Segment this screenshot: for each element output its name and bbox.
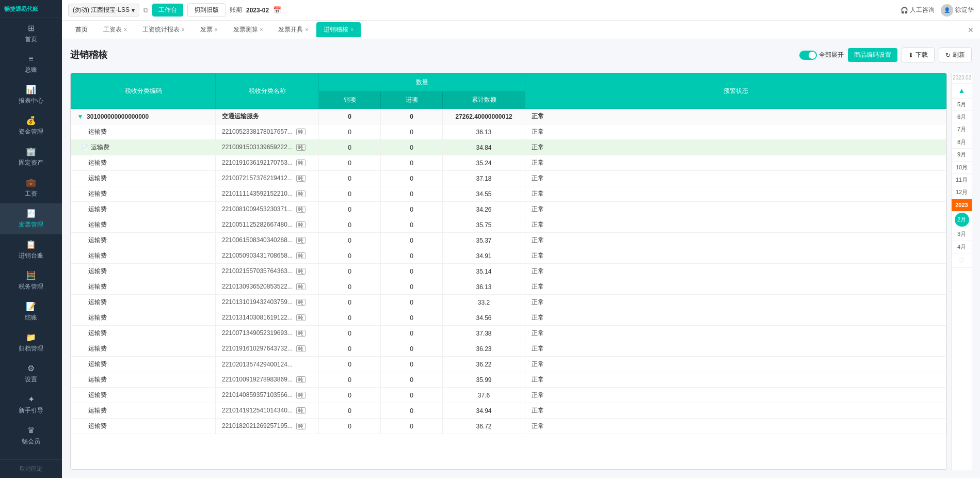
table-row: 运输费 2210111143592152210... 吨 0 0 34.55 正… <box>71 186 946 202</box>
item-cumulative: 36.13 <box>443 279 525 295</box>
table-row: 运输费 2210100919278983869... 吨 0 0 35.99 正… <box>71 372 946 388</box>
switch-button[interactable]: 切到旧版 <box>187 3 226 17</box>
sidebar-item-fixed-assets[interactable]: 🏢 固定资产 <box>0 141 62 172</box>
item-sales: 0 <box>319 357 381 372</box>
page-title: 进销稽核 <box>70 49 107 61</box>
sidebar-item-member[interactable]: ♛ 畅会员 <box>0 420 62 451</box>
sidebar-item-capital[interactable]: 💰 资金管理 <box>0 110 62 141</box>
capital-icon: 💰 <box>26 116 36 125</box>
item-code: 2210182021269257195... 吨 <box>216 419 319 434</box>
item-purchase: 0 <box>381 341 443 357</box>
item-tag: 吨 <box>296 423 306 429</box>
sidebar-item-home[interactable]: ⊞ 首页 <box>0 18 62 49</box>
right-panel-month-5[interactable]: 5月 <box>952 99 972 111</box>
item-tag: 吨 <box>296 221 306 228</box>
item-name: 运输费 <box>71 310 216 326</box>
tab-payroll[interactable]: 工资表 × <box>96 22 134 37</box>
right-panel-year-2023[interactable]: 2023 <box>952 199 972 212</box>
settings-button[interactable]: 商品编码设置 <box>848 48 897 62</box>
sidebar-item-archive[interactable]: 📁 归档管理 <box>0 327 62 358</box>
sidebar-item-settings[interactable]: ⚙ 设置 <box>0 358 62 389</box>
item-name: 运输费 <box>71 357 216 372</box>
item-name: 📄 运输费 <box>71 140 216 155</box>
sidebar-label-tax: 税务管理 <box>19 282 43 291</box>
item-tag: 吨 <box>296 252 306 259</box>
sidebar-item-tax[interactable]: 🧮 税务管理 <box>0 265 62 296</box>
tab-invoice-calc-label: 发票测算 <box>233 25 258 34</box>
th-purchase: 进项 <box>381 91 443 109</box>
expand-toggle[interactable] <box>799 51 817 60</box>
item-purchase: 0 <box>381 248 443 264</box>
tab-invoice-open-close[interactable]: × <box>305 27 308 33</box>
table-row: 运输费 2210131019432403759... 吨 0 0 33.2 正常 <box>71 295 946 310</box>
th-cumulative: 累计数额 <box>443 91 525 109</box>
item-name: 运输费 <box>71 171 216 186</box>
tab-payroll-close[interactable]: × <box>124 27 127 33</box>
calendar-icon[interactable]: 📅 <box>273 6 281 14</box>
right-panel-month-6[interactable]: 6月 <box>952 111 972 123</box>
close-all-tabs[interactable]: ✕ <box>968 26 974 34</box>
sidebar-item-payroll[interactable]: 💼 工资 <box>0 172 62 203</box>
expand-icon[interactable]: ▼ <box>77 113 84 120</box>
item-cumulative: 37.6 <box>443 388 525 403</box>
item-status: 正常 <box>525 217 946 233</box>
sidebar-item-guide[interactable]: ✦ 新手引导 <box>0 389 62 420</box>
item-cumulative: 35.24 <box>443 155 525 171</box>
sidebar-label-member: 畅会员 <box>22 437 40 446</box>
item-cumulative: 37.38 <box>443 326 525 341</box>
tab-invoice-close[interactable]: × <box>215 27 218 33</box>
sidebar-item-reports[interactable]: 📊 报表中心 <box>0 79 62 110</box>
tab-home[interactable]: 首页 <box>68 22 95 37</box>
item-code: 2210111143592152210... 吨 <box>216 186 319 202</box>
sidebar-item-settlement[interactable]: 📝 结账 <box>0 296 62 327</box>
item-purchase: 0 <box>381 403 443 419</box>
sidebar-label-invoice-mgmt: 发票管理 <box>19 220 43 229</box>
item-cumulative: 36.23 <box>443 341 525 357</box>
user-avatar-area[interactable]: 👤 徐淀华 <box>941 4 974 17</box>
item-name: 运输费 <box>71 326 216 341</box>
download-button[interactable]: ⬇ 下载 <box>902 47 935 62</box>
tab-invoice-calc[interactable]: 发票测算 × <box>226 22 270 37</box>
right-panel-month-10[interactable]: 10月 <box>952 162 972 174</box>
sidebar-item-purchase-ledger[interactable]: 📋 进销台账 <box>0 234 62 265</box>
item-status: 正常 <box>525 326 946 341</box>
item-status: 正常 <box>525 341 946 357</box>
right-panel-month-11[interactable]: 11月 <box>952 174 972 186</box>
refresh-button[interactable]: ↻ 刷新 <box>939 47 972 62</box>
item-sales: 0 <box>319 217 381 233</box>
item-cumulative: 35.75 <box>443 217 525 233</box>
right-panel-month-7[interactable]: 7月 <box>952 123 972 136</box>
tab-payroll-stats-label: 工资统计报表 <box>142 25 180 34</box>
right-panel-month-8[interactable]: 8月 <box>952 136 972 149</box>
company-selector[interactable]: (勿动) 江西报宝-LSS ▾ <box>68 4 139 17</box>
right-panel-month-3[interactable]: 3月 <box>952 228 972 241</box>
item-sales: 0 <box>319 202 381 217</box>
right-panel-scroll-up[interactable]: ▲ <box>952 84 972 99</box>
right-panel-month-2[interactable]: 2月 <box>955 213 969 227</box>
item-tag: 吨 <box>296 330 306 337</box>
tab-invoice-calc-close[interactable]: × <box>260 27 263 33</box>
toolbar: 全部展开 商品编码设置 ⬇ 下载 ↻ 刷新 <box>799 47 972 62</box>
copy-icon[interactable]: ⧉ <box>143 6 148 14</box>
settings-icon: ⚙ <box>27 363 35 373</box>
tab-reconcile-close[interactable]: × <box>350 27 354 33</box>
sidebar-unpin[interactable]: 取消固定 <box>0 459 62 478</box>
file-icon[interactable]: 📄 <box>82 145 88 150</box>
sidebar-item-invoice-mgmt[interactable]: 🧾 发票管理 <box>0 203 62 234</box>
tab-payroll-stats[interactable]: 工资统计报表 × <box>135 22 192 37</box>
support-link[interactable]: 🎧 人工咨询 <box>901 6 935 14</box>
tab-invoice[interactable]: 发票 × <box>193 22 225 37</box>
item-status: 正常 <box>525 388 946 403</box>
sidebar-label-archive: 归档管理 <box>19 344 43 353</box>
tab-payroll-stats-close[interactable]: × <box>182 27 185 33</box>
tab-invoice-open[interactable]: 发票开具 × <box>271 22 315 37</box>
workspace-button[interactable]: 工作台 <box>152 4 183 17</box>
item-status: 正常 <box>525 124 946 140</box>
right-panel-month-4[interactable]: 4月 <box>952 241 972 253</box>
sidebar-item-ledger[interactable]: ≡ 总账 <box>0 49 62 79</box>
item-code: 2210072157376219412... 吨 <box>216 171 319 186</box>
item-sales: 0 <box>319 171 381 186</box>
right-panel-month-12[interactable]: 12月 <box>952 186 972 199</box>
tab-reconcile[interactable]: 进销稽核 × <box>316 22 361 37</box>
right-panel-month-9[interactable]: 9月 <box>952 149 972 161</box>
